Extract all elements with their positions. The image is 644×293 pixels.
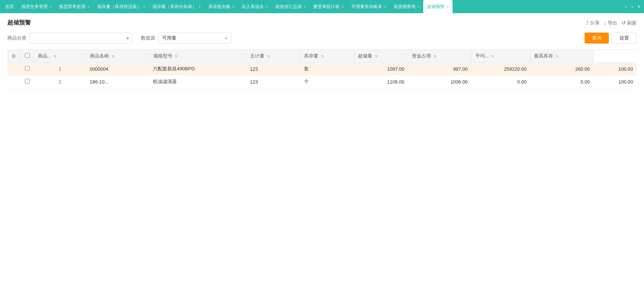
table-row: 1 0000004 六配套新昌490BPG 123 套 1097.00 997.…: [7, 63, 637, 75]
refresh-button[interactable]: ↺ 刷新: [622, 20, 637, 26]
col-avg-header[interactable]: 平均... ⇅: [471, 50, 530, 63]
close-icon[interactable]: ×: [87, 4, 89, 9]
row-overstock-cell: 997.00: [408, 63, 472, 75]
col-code-header[interactable]: 商品... ⇅: [34, 50, 86, 63]
close-icon[interactable]: ×: [417, 4, 420, 9]
category-filter: 商品分类 ▾: [7, 33, 132, 44]
row-capital-cell: 259220.00: [471, 63, 530, 75]
row-stock-cell: 1106.00: [354, 75, 408, 88]
data-table: ⚙ 商品... ⇅ 商品名称 ⇅ 规格型号 ⇅ 主计量: [7, 49, 637, 88]
row-unit-cell: 套: [300, 63, 354, 75]
close-icon[interactable]: ×: [143, 4, 145, 9]
datasource-select[interactable]: 可用量 ▾: [158, 33, 231, 44]
row-overstock-cell: 1006.00: [408, 75, 472, 88]
row-unit-cell: 个: [300, 75, 354, 88]
nav-item-expiry[interactable]: 保质期查询 ×: [390, 0, 423, 13]
close-icon[interactable]: ×: [266, 4, 268, 9]
nav-item-available[interactable]: 可用量库存账本 ×: [348, 0, 390, 13]
sort-icon: ⇅: [556, 54, 559, 58]
close-icon[interactable]: ×: [304, 4, 306, 9]
nav-item-inventory-dist[interactable]: 现存量（库存分布表） ×: [149, 0, 204, 13]
share-icon: ⤴: [586, 20, 589, 26]
row-name-cell: 机油滤清器: [149, 75, 246, 88]
row-avg-cell: 260.00: [530, 63, 594, 75]
col-spec-header[interactable]: 规格型号 ⇅: [149, 50, 246, 63]
row-checkbox-cell[interactable]: [21, 63, 34, 75]
category-select[interactable]: [29, 33, 132, 44]
nav-right-arrow[interactable]: ›: [629, 2, 635, 11]
select-all-checkbox[interactable]: [25, 53, 30, 58]
page-content: 超储预警 ⤴ 分享 ↓ 导出 ↺ 刷新 商品分类 ▾ 数据源: [0, 13, 644, 293]
col-settings-header[interactable]: ⚙: [7, 50, 21, 63]
gear-icon[interactable]: ⚙: [11, 53, 16, 59]
nav-item-overstock[interactable]: 超储预警 ×: [423, 0, 452, 13]
nav-item-abnormal[interactable]: 拣货异常处理 ×: [55, 0, 93, 13]
nav-left-arrow[interactable]: ‹: [623, 2, 629, 11]
datasource-filter: 数据源 可用量 ▾: [141, 33, 231, 44]
row-checkbox-cell[interactable]: [21, 75, 34, 88]
close-icon[interactable]: ×: [50, 4, 52, 9]
page-header: 超储预警 ⤴ 分享 ↓ 导出 ↺ 刷新: [7, 19, 637, 27]
sort-icon: ⇅: [54, 54, 56, 58]
close-icon[interactable]: ×: [198, 4, 201, 9]
nav-item-requisition[interactable]: 要货单统计表 ×: [310, 0, 347, 13]
col-unit-header[interactable]: 主计量 ⇅: [246, 50, 300, 63]
query-button[interactable]: 查询: [585, 33, 609, 44]
page-title: 超储预警: [7, 19, 31, 27]
nav-item-batch[interactable]: 库存批次账 ×: [205, 0, 238, 13]
filter-row: 商品分类 ▾ 数据源 可用量 ▾ 查询 设置: [7, 33, 637, 44]
row-checkbox[interactable]: [25, 66, 30, 71]
row-max-cell: 100.00: [593, 63, 637, 75]
row-settings-cell: [7, 63, 21, 75]
row-spec-cell: 123: [246, 75, 300, 88]
row-index-cell: 1: [34, 63, 86, 75]
nav-item-inventory-status[interactable]: 现存量（库存状况表） ×: [94, 0, 149, 13]
category-select-wrapper: ▾: [29, 33, 132, 44]
row-name-cell: 六配套新昌490BPG: [149, 63, 246, 75]
nav-arrows: ‹ › ×: [623, 2, 643, 11]
row-code-cell: 0000004: [86, 63, 150, 75]
close-icon[interactable]: ×: [232, 4, 234, 9]
export-icon: ↓: [604, 20, 607, 26]
nav-item-flow[interactable]: 出入库流水 ×: [238, 0, 271, 13]
col-capital-header[interactable]: 资金占用 ⇅: [408, 50, 472, 63]
nav-item-home[interactable]: 首页: [1, 0, 18, 13]
col-stock-header[interactable]: 库存量 ⇅: [300, 50, 354, 63]
sort-icon: ⇅: [433, 54, 436, 58]
table-header-row: ⚙ 商品... ⇅ 商品名称 ⇅ 规格型号 ⇅ 主计量: [7, 50, 637, 63]
category-label: 商品分类: [7, 35, 26, 41]
sort-icon: ⇅: [267, 54, 270, 58]
col-checkbox-header[interactable]: [21, 50, 34, 63]
chevron-down-icon: ▾: [225, 36, 227, 41]
col-name-header[interactable]: 商品名称 ⇅: [86, 50, 150, 63]
settings-button[interactable]: 设置: [612, 33, 637, 44]
filter-buttons: 查询 设置: [585, 33, 637, 44]
close-icon[interactable]: ×: [341, 4, 344, 9]
nav-close-all[interactable]: ×: [635, 2, 643, 11]
row-stock-cell: 1097.00: [354, 63, 408, 75]
sort-icon: ⇅: [111, 54, 114, 58]
nav-item-task[interactable]: 拣货任务管理 ×: [18, 0, 55, 13]
sort-icon: ⇅: [321, 54, 324, 58]
refresh-icon: ↺: [622, 20, 626, 26]
row-index-cell: 2: [34, 75, 86, 88]
sort-icon: ⇅: [491, 54, 494, 58]
header-actions: ⤴ 分享 ↓ 导出 ↺ 刷新: [586, 20, 637, 26]
datasource-label: 数据源: [141, 35, 155, 41]
close-icon[interactable]: ×: [384, 4, 386, 9]
datasource-value: 可用量: [162, 35, 176, 41]
table-row: 2 186-10... 机油滤清器 123 个 1106.00 1006.00 …: [7, 75, 637, 88]
col-overstock-header[interactable]: 超储量 ⇅: [354, 50, 408, 63]
export-button[interactable]: ↓ 导出: [604, 20, 618, 26]
row-avg-cell: 0.00: [530, 75, 594, 88]
col-max-header[interactable]: 最高库存 ⇅: [530, 50, 594, 63]
sort-icon: ⇅: [375, 54, 378, 58]
row-checkbox[interactable]: [25, 79, 30, 84]
share-button[interactable]: ⤴ 分享: [586, 20, 600, 26]
row-code-cell: 186-10...: [86, 75, 150, 88]
close-icon[interactable]: ×: [446, 4, 449, 9]
row-settings-cell: [7, 75, 21, 88]
row-capital-cell: 0.00: [471, 75, 530, 88]
nav-item-summary[interactable]: 收发存汇总表 ×: [272, 0, 310, 13]
sort-icon: ⇅: [175, 54, 178, 58]
